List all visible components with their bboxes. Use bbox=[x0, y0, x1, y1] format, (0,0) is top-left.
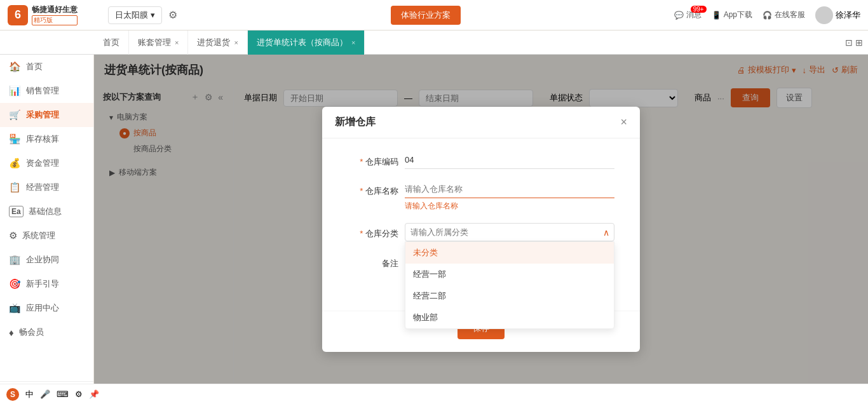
tab-purchase-stat-close[interactable]: × bbox=[351, 39, 355, 46]
topbar-right: 💬 消息 99+ 📱 App下载 🎧 在线客服 徐泽华 bbox=[674, 6, 860, 24]
try-industry-button[interactable]: 体验行业方案 bbox=[391, 6, 461, 25]
name-input[interactable] bbox=[405, 180, 614, 198]
tab-purchase-stat[interactable]: 进货单统计表（按商品） × bbox=[248, 30, 365, 55]
sidebar-item-guide-label: 新手引导 bbox=[26, 278, 59, 290]
tab-home-label: 首页 bbox=[103, 37, 119, 48]
sidebar-item-home-label: 首页 bbox=[26, 61, 43, 72]
modal-backdrop: 新增仓库 × * 仓库编码 bbox=[94, 55, 868, 404]
store-name: 日太阳膜 bbox=[115, 10, 148, 21]
dropdown-item-uncategorized[interactable]: 未分类 bbox=[405, 242, 614, 264]
form-row-code: * 仓库编码 bbox=[348, 151, 614, 169]
tab-purchase-stat-label: 进货单统计表（按商品） bbox=[257, 37, 348, 48]
store-selector[interactable]: 日太阳膜 ▾ bbox=[108, 6, 162, 24]
topbar: 6 畅捷通好生意 精巧版 日太阳膜 ▾ ⚙ 体验行业方案 💬 消息 99+ 📱 … bbox=[0, 0, 868, 30]
mobile-icon: 📱 bbox=[712, 11, 721, 20]
topbar-middle: 体验行业方案 bbox=[184, 6, 668, 25]
sidebar-item-guide[interactable]: 🎯 新手引导 bbox=[0, 272, 93, 296]
gear-icon[interactable]: ⚙ bbox=[168, 9, 177, 21]
name-input-wrap: 请输入仓库名称 bbox=[405, 180, 614, 212]
lang-icon[interactable]: 中 bbox=[25, 389, 34, 400]
tab-expand-button[interactable]: ⊞ bbox=[855, 37, 863, 48]
chevron-down-icon: ▾ bbox=[151, 10, 155, 20]
sidebar-item-vip[interactable]: ♦ 畅会员 bbox=[0, 320, 93, 344]
modal-body: * 仓库编码 * 仓库名称 bbox=[322, 138, 640, 311]
sidebar-item-operation[interactable]: 📋 经营管理 bbox=[0, 175, 93, 199]
tabbar: 首页 账套管理 × 进货退货 × 进货单统计表（按商品） × ⊡ ⊞ bbox=[0, 30, 868, 55]
sidebar-item-inventory[interactable]: 🏪 库存核算 bbox=[0, 127, 93, 151]
sidebar-item-enterprise-label: 企业协同 bbox=[26, 254, 59, 266]
status-bar: S 中 🎤 ⌨ ⚙ 📌 bbox=[0, 384, 868, 404]
sidebar-item-sales[interactable]: 📊 销售管理 bbox=[0, 79, 93, 103]
sidebar-item-vip-label: 畅会员 bbox=[19, 327, 44, 338]
sidebar-item-base[interactable]: Ea 基础信息 bbox=[0, 199, 93, 224]
sidebar-item-home[interactable]: 🏠 首页 bbox=[0, 55, 93, 79]
pin-icon[interactable]: 📌 bbox=[89, 389, 99, 399]
user-avatar-button[interactable]: 徐泽华 bbox=[815, 6, 860, 24]
required-star: * bbox=[360, 157, 363, 166]
remark-label: 备注 bbox=[348, 253, 398, 269]
sidebar-item-apps[interactable]: 📺 应用中心 bbox=[0, 296, 93, 320]
logo-text: 畅捷通好生意 精巧版 bbox=[32, 4, 78, 25]
online-service-label: 在线客服 bbox=[775, 10, 805, 20]
app-download-button[interactable]: 📱 App下载 bbox=[712, 10, 752, 20]
purchase-icon: 🛒 bbox=[9, 109, 21, 121]
code-input-wrap bbox=[405, 151, 614, 169]
form-row-name: * 仓库名称 请输入仓库名称 bbox=[348, 180, 614, 212]
messages-button[interactable]: 💬 消息 99+ bbox=[674, 10, 702, 20]
tab-controls: ⊡ ⊞ bbox=[845, 37, 868, 48]
operation-icon: 📋 bbox=[9, 182, 21, 193]
category-input[interactable] bbox=[405, 223, 614, 241]
user-name: 徐泽华 bbox=[836, 10, 860, 21]
select-arrow-icon[interactable]: ∧ bbox=[603, 227, 609, 238]
name-error-msg: 请输入仓库名称 bbox=[405, 201, 614, 212]
dropdown-item-dept2[interactable]: 经营二部 bbox=[405, 285, 614, 307]
system-icon: ⚙ bbox=[9, 230, 17, 241]
apps-icon: 📺 bbox=[9, 302, 21, 314]
add-warehouse-modal: 新增仓库 × * 仓库编码 bbox=[322, 107, 640, 352]
code-input[interactable] bbox=[405, 151, 614, 169]
modal-close-button[interactable]: × bbox=[620, 116, 627, 129]
sidebar-item-enterprise[interactable]: 🏢 企业协同 bbox=[0, 248, 93, 272]
vip-icon: ♦ bbox=[9, 327, 14, 338]
tab-account-close[interactable]: × bbox=[175, 39, 179, 46]
sidebar: 🏠 首页 📊 销售管理 🛒 采购管理 🏪 库存核算 💰 资金管理 📋 经营管理 … bbox=[0, 55, 94, 404]
category-dropdown: 未分类 经营一部 经营二部 物业部 bbox=[405, 241, 614, 329]
content-area: 进货单统计(按商品) 🖨 按模板打印 ▾ ↓ 导出 ↺ 刷新 bbox=[94, 55, 868, 404]
sidebar-item-sales-label: 销售管理 bbox=[26, 85, 59, 97]
messages-badge: 99+ bbox=[691, 6, 707, 13]
sidebar-item-system[interactable]: ⚙ 系统管理 bbox=[0, 224, 93, 248]
tab-restore-button[interactable]: ⊡ bbox=[845, 37, 853, 48]
online-service-button[interactable]: 🎧 在线客服 bbox=[763, 10, 805, 20]
base-icon: Ea bbox=[9, 206, 24, 217]
mic-icon[interactable]: 🎤 bbox=[40, 389, 50, 399]
sidebar-item-apps-label: 应用中心 bbox=[26, 302, 59, 314]
category-label: * 仓库分类 bbox=[348, 223, 398, 239]
tab-purchase-return[interactable]: 进货退货 × bbox=[188, 30, 247, 55]
keyboard-icon[interactable]: ⌨ bbox=[57, 389, 69, 399]
dropdown-item-dept3[interactable]: 物业部 bbox=[405, 307, 614, 328]
dropdown-item-dept1[interactable]: 经营一部 bbox=[405, 264, 614, 285]
sidebar-item-finance-label: 资金管理 bbox=[26, 158, 59, 169]
enterprise-icon: 🏢 bbox=[9, 254, 21, 266]
sidebar-item-purchase[interactable]: 🛒 采购管理 bbox=[0, 103, 93, 127]
name-label: * 仓库名称 bbox=[348, 180, 398, 197]
tab-account[interactable]: 账套管理 × bbox=[129, 30, 188, 55]
required-star-cat: * bbox=[360, 229, 363, 238]
inventory-icon: 🏪 bbox=[9, 133, 21, 145]
logo-badge: 精巧版 bbox=[32, 15, 78, 25]
tab-purchase-return-close[interactable]: × bbox=[234, 39, 238, 46]
app-download-label: App下载 bbox=[724, 10, 752, 20]
logo-area: 6 畅捷通好生意 精巧版 bbox=[8, 4, 102, 25]
headset-icon: 🎧 bbox=[763, 11, 772, 20]
required-star-name: * bbox=[360, 186, 363, 196]
finance-icon: 💰 bbox=[9, 158, 21, 169]
settings-bar-icon[interactable]: ⚙ bbox=[75, 389, 83, 399]
modal-title: 新增仓库 bbox=[335, 116, 620, 129]
tab-purchase-return-label: 进货退货 bbox=[197, 37, 230, 48]
sales-icon: 📊 bbox=[9, 85, 21, 97]
tab-home[interactable]: 首页 bbox=[94, 30, 129, 55]
form-row-category: * 仓库分类 ∧ 未分类 经营一部 经营二部 物业部 bbox=[348, 223, 614, 241]
sidebar-item-base-label: 基础信息 bbox=[29, 206, 62, 217]
sidebar-item-finance[interactable]: 💰 资金管理 bbox=[0, 151, 93, 175]
main-layout: 🏠 首页 📊 销售管理 🛒 采购管理 🏪 库存核算 💰 资金管理 📋 经营管理 … bbox=[0, 55, 868, 404]
